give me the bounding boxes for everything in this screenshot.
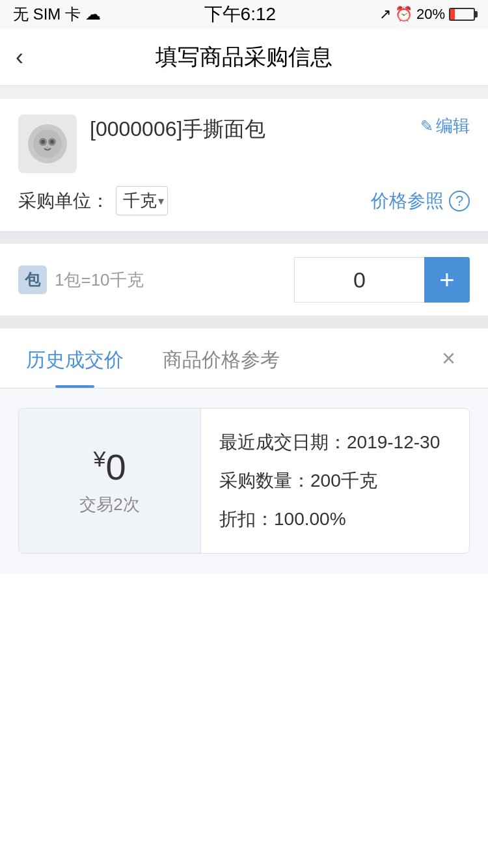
tab-product-price-ref[interactable]: 商品价格参考 bbox=[163, 329, 280, 388]
recent-date-row: 最近成交日期：2019-12-30 bbox=[219, 428, 451, 457]
page-title: 填写商品采购信息 bbox=[156, 42, 332, 72]
alarm-icon: ⏰ bbox=[395, 6, 413, 23]
discount-label: 折扣： bbox=[219, 509, 274, 529]
tab-history-price[interactable]: 历史成交价 bbox=[26, 329, 124, 388]
history-right: 最近成交日期：2019-12-30 采购数量：200千克 折扣：100.00% bbox=[201, 409, 469, 553]
product-left: [0000006]手撕面包 bbox=[18, 115, 265, 173]
tabs-list: 历史成交价 商品价格参考 bbox=[26, 329, 280, 388]
qty-unit-conversion: 1包=10千克 bbox=[55, 269, 144, 292]
status-bar: 无 SIM 卡 ☁ 下午6:12 ↗ ⏰ 20% bbox=[0, 0, 488, 29]
purchase-qty-value: 200千克 bbox=[310, 470, 377, 491]
battery-percent: 20% bbox=[416, 6, 445, 23]
price-value: 0 bbox=[105, 446, 126, 487]
divider-grey-2 bbox=[0, 316, 488, 329]
svg-point-0 bbox=[33, 129, 62, 158]
product-thumbnail bbox=[18, 115, 77, 173]
qty-unit-badge: 包 bbox=[18, 265, 47, 294]
qty-input-group: + bbox=[294, 257, 470, 303]
status-right: ↗ ⏰ 20% bbox=[379, 6, 475, 23]
bottom-area bbox=[0, 573, 488, 868]
qty-unit-info: 包 1包=10千克 bbox=[18, 265, 144, 294]
price-ref-label: 价格参照 bbox=[371, 189, 444, 213]
status-left: 无 SIM 卡 ☁ bbox=[13, 4, 101, 25]
product-card: [0000006]手撕面包 ✎ 编辑 采购单位： 千克 价格参照 ? bbox=[0, 99, 488, 231]
purchase-qty-row: 采购数量：200千克 bbox=[219, 467, 451, 496]
history-price: ¥0 bbox=[93, 446, 126, 488]
qty-input[interactable] bbox=[294, 257, 424, 303]
unit-label: 采购单位： 千克 bbox=[18, 186, 168, 215]
unit-select[interactable]: 千克 bbox=[116, 186, 168, 215]
recent-date-label: 最近成交日期： bbox=[219, 432, 347, 452]
history-content: ¥0 交易2次 最近成交日期：2019-12-30 采购数量：200千克 折扣：… bbox=[0, 388, 488, 573]
svg-point-4 bbox=[50, 140, 54, 144]
unit-label-text: 采购单位： bbox=[18, 189, 109, 213]
price-ref-help-icon: ? bbox=[449, 191, 470, 211]
status-time: 下午6:12 bbox=[204, 2, 277, 27]
edit-label: 编辑 bbox=[436, 115, 470, 137]
battery-icon bbox=[449, 8, 475, 21]
trade-count: 交易2次 bbox=[79, 493, 139, 516]
owl-svg bbox=[31, 128, 64, 160]
recent-date-value: 2019-12-30 bbox=[347, 432, 440, 452]
discount-row: 折扣：100.00% bbox=[219, 505, 451, 534]
nav-bar: ‹ 填写商品采购信息 bbox=[0, 29, 488, 86]
discount-value: 100.00% bbox=[274, 509, 346, 529]
history-card: ¥0 交易2次 最近成交日期：2019-12-30 采购数量：200千克 折扣：… bbox=[18, 408, 470, 554]
product-name: [0000006]手撕面包 bbox=[90, 115, 265, 144]
price-ref-button[interactable]: 价格参照 ? bbox=[371, 189, 470, 213]
help-symbol: ? bbox=[455, 193, 463, 210]
battery-fill bbox=[450, 9, 455, 20]
unit-select-wrapper[interactable]: 千克 bbox=[116, 186, 168, 215]
divider-grey bbox=[0, 231, 488, 244]
quantity-row: 包 1包=10千克 + bbox=[0, 244, 488, 316]
product-unit-row: 采购单位： 千克 价格参照 ? bbox=[18, 186, 470, 215]
tabs-panel: 历史成交价 商品价格参考 × ¥0 交易2次 最近成交日期：2019-12-30… bbox=[0, 329, 488, 573]
purchase-qty-label: 采购数量： bbox=[219, 470, 310, 491]
tabs-header: 历史成交价 商品价格参考 × bbox=[0, 329, 488, 388]
product-header: [0000006]手撕面包 ✎ 编辑 bbox=[18, 115, 470, 173]
qty-plus-button[interactable]: + bbox=[424, 257, 470, 303]
tabs-close-button[interactable]: × bbox=[435, 338, 462, 379]
product-logo bbox=[28, 124, 67, 163]
currency-symbol: ¥ bbox=[93, 447, 105, 472]
history-left: ¥0 交易2次 bbox=[19, 409, 201, 553]
product-info: [0000006]手撕面包 bbox=[90, 115, 265, 144]
edit-icon: ✎ bbox=[420, 117, 433, 135]
edit-button[interactable]: ✎ 编辑 bbox=[420, 115, 470, 137]
signal-text: 无 SIM 卡 ☁ bbox=[13, 4, 101, 25]
back-button[interactable]: ‹ bbox=[16, 44, 23, 71]
location-icon: ↗ bbox=[379, 6, 391, 23]
svg-point-3 bbox=[41, 140, 45, 144]
